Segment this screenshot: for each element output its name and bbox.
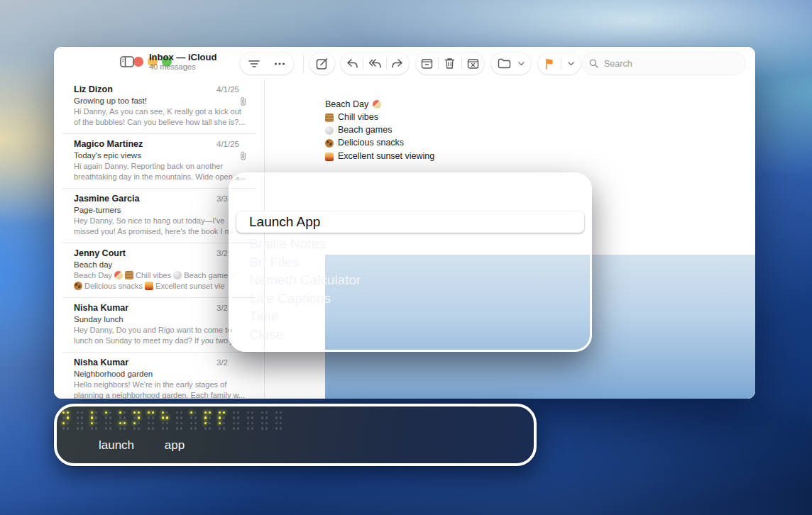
- braille-display-panel: launch app: [54, 404, 537, 466]
- menu-item-time[interactable]: Time: [236, 307, 584, 326]
- more-icon: [274, 62, 285, 65]
- subject: Today's epic views: [74, 150, 256, 161]
- flag-group: [538, 52, 581, 74]
- braille-access-title: Braille Access: [231, 183, 590, 203]
- compose-button[interactable]: [309, 52, 335, 74]
- body-line: Beach games: [325, 124, 434, 137]
- list-item[interactable]: Jasmine Garcia 3/3 Page-turners Hey Dann…: [62, 189, 256, 243]
- list-item[interactable]: Jenny Court 3/2 Beach day Beach Day Chil…: [62, 243, 256, 298]
- menu-item-launch-app[interactable]: Launch App: [236, 211, 584, 233]
- menu-item-nemeth-calculator[interactable]: Nemeth Calculator: [236, 271, 584, 289]
- junk-button[interactable]: [462, 54, 483, 74]
- mailbox-message-count: 40 messages: [149, 62, 216, 72]
- mailbox-actions-group: [416, 52, 484, 74]
- preview-line: planning a neighborhood garden. Each fam…: [74, 390, 253, 399]
- braille-cells: [57, 406, 534, 463]
- sender: Nisha Kumar: [74, 357, 256, 368]
- subject: Growing up too fast!: [74, 95, 256, 106]
- menu-item-braille-notes[interactable]: Braille Notes: [236, 235, 584, 253]
- sidebar-icon: [120, 56, 134, 70]
- list-item[interactable]: Liz Dizon 4/1/25 Growing up too fast! Hi…: [62, 79, 256, 134]
- sunset-emoji: [145, 282, 153, 290]
- sunset-emoji: [325, 153, 334, 161]
- subject: Neighborhood garden: [74, 368, 256, 380]
- braille-access-menu: Launch App Braille Notes Brf Files Nemet…: [236, 211, 584, 343]
- flag-button[interactable]: [540, 54, 559, 74]
- folder-icon: [498, 58, 511, 69]
- chevron-down-icon: [568, 62, 574, 66]
- menu-item-close[interactable]: Close: [236, 326, 584, 344]
- flag-icon: [544, 58, 554, 70]
- preview-line: Beach Day Chill vibes Beach game: [74, 270, 253, 281]
- cookie-emoji: [325, 139, 334, 148]
- picnic-basket-emoji: [125, 271, 133, 279]
- preview-line: missed you! As promised, here's the book…: [74, 226, 253, 237]
- mailbox-title: Inbox — iCloud: [149, 52, 216, 62]
- date: 3/2: [216, 358, 228, 367]
- forward-icon: [391, 58, 404, 69]
- trash-icon: [444, 57, 455, 70]
- message-content: Beach Day Chill vibes Beach games Delici…: [325, 98, 434, 162]
- menu-item-live-captions[interactable]: Live Captions: [236, 289, 584, 308]
- mailbox-title-block: Inbox — iCloud 40 messages: [149, 52, 216, 72]
- preview-line: of the bubbles! Can you believe how tall…: [74, 117, 253, 128]
- menu-item-brf-files[interactable]: Brf Files: [236, 253, 584, 272]
- preview-line: breathtaking day in the mountains. Wide …: [74, 172, 253, 182]
- attachment-icon: [240, 151, 247, 164]
- filter-button[interactable]: [243, 54, 265, 74]
- mail-toolbar: Inbox — iCloud 40 messages: [54, 47, 755, 80]
- reply-all-icon: [368, 58, 382, 69]
- date: 3/2: [216, 304, 228, 312]
- preview-line: lunch on Sunday to meet my dad? If you t…: [74, 336, 253, 346]
- picnic-basket-emoji: [325, 113, 334, 122]
- volleyball-emoji: [173, 271, 182, 279]
- reply-button[interactable]: [341, 54, 363, 74]
- date: 4/1/25: [216, 140, 239, 148]
- trash-button[interactable]: [439, 54, 461, 74]
- date: 3/2: [216, 249, 228, 258]
- reply-all-button[interactable]: [364, 54, 385, 74]
- attachment-icon: [240, 96, 247, 109]
- filter-icon: [248, 59, 260, 69]
- body-line: Delicious snacks: [325, 137, 434, 150]
- preview-line: Hi Danny, As you can see, K really got a…: [74, 106, 253, 117]
- toggle-sidebar-button[interactable]: [116, 52, 138, 74]
- search-field[interactable]: [582, 52, 745, 74]
- cookie-emoji: [74, 282, 82, 290]
- toolbar-divider: [303, 54, 304, 72]
- beach-umbrella-emoji: [373, 100, 381, 109]
- date: 3/3: [216, 194, 228, 203]
- filter-more-group: [240, 52, 294, 74]
- more-options-button[interactable]: [269, 54, 290, 74]
- desktop-background: Inbox — iCloud 40 messages: [0, 0, 812, 515]
- move-to-folder-button[interactable]: [491, 52, 531, 74]
- preview-line: Hey Danny, So nice to hang out today—I'v…: [74, 216, 253, 226]
- archive-icon: [421, 58, 433, 70]
- search-icon: [589, 59, 598, 68]
- braille-word-app: app: [165, 438, 185, 453]
- forward-button[interactable]: [387, 54, 408, 74]
- compose-icon: [316, 57, 329, 70]
- body-line: Excellent sunset viewing: [325, 150, 434, 163]
- chevron-down-icon: [518, 62, 525, 66]
- preview-line: Delicious snacks Excellent sunset vie: [74, 281, 253, 292]
- search-input[interactable]: [603, 58, 726, 70]
- reply-group: [341, 52, 409, 74]
- body-title: Beach Day: [325, 99, 368, 111]
- archive-button[interactable]: [417, 54, 438, 74]
- beach-umbrella-emoji: [114, 271, 123, 279]
- list-item[interactable]: Nisha Kumar 3/2 Sunday lunch Hey Danny, …: [62, 298, 256, 353]
- preview-line: Hi again Danny, Reporting back on anothe…: [74, 161, 253, 172]
- braille-access-panel: Braille Access Launch App Braille Notes …: [229, 172, 592, 352]
- list-item[interactable]: Nisha Kumar 3/2 Neighborhood garden Hell…: [62, 353, 256, 399]
- reply-icon: [346, 58, 358, 69]
- flag-options-button[interactable]: [563, 54, 578, 74]
- preview-line: Hey Danny, Do you and Rigo want to come …: [74, 325, 253, 336]
- body-title-line: Beach Day: [325, 99, 434, 111]
- junk-icon: [467, 58, 479, 70]
- date: 4/1/25: [216, 85, 239, 94]
- preview-line: Hello neighbors! We're in the early stag…: [74, 380, 253, 390]
- list-item[interactable]: Magico Martinez 4/1/25 Today's epic view…: [62, 134, 256, 189]
- volleyball-emoji: [325, 126, 334, 135]
- braille-word-launch: launch: [99, 438, 134, 453]
